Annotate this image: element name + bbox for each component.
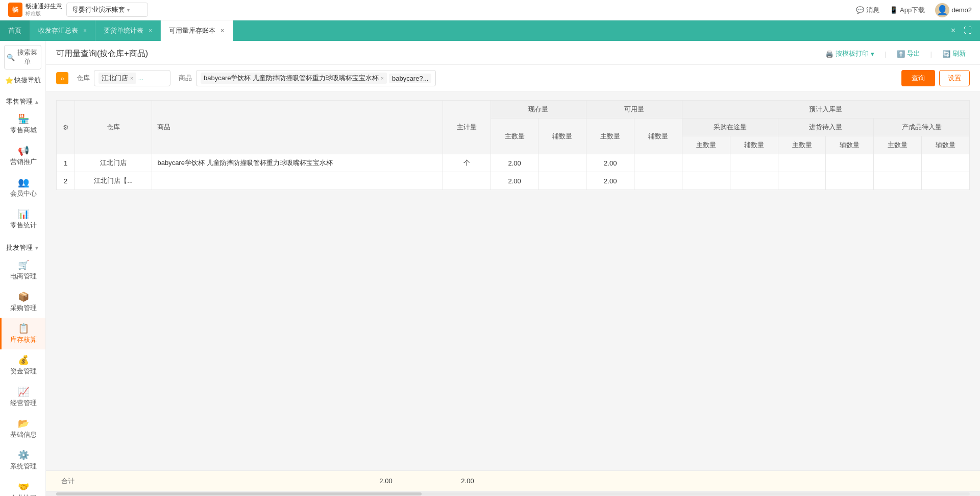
user-menu[interactable]: 👤 demo2 xyxy=(935,3,972,17)
row-2-warehouse: 江北门店【... xyxy=(75,172,152,190)
warehouse-input[interactable]: 江北门店 × ... xyxy=(94,70,170,86)
sidebar-item-system-mgmt[interactable]: ⚙️ 系统管理 xyxy=(0,444,45,476)
finance-icon: 💰 xyxy=(18,355,29,366)
close-tab-available-stock[interactable]: × xyxy=(220,27,224,34)
sidebar-item-retail-shop[interactable]: 🏪 零售商城 xyxy=(0,108,45,140)
settings-button[interactable]: 设置 xyxy=(939,70,970,86)
fullscreen-icon[interactable]: ⛶ xyxy=(962,24,974,37)
chevron-icon: ▲ xyxy=(34,99,39,105)
footer-stock-main: 2.00 xyxy=(365,475,406,487)
warehouse-tag: 江北门店 × xyxy=(99,73,136,84)
row-1-avail-aux xyxy=(634,154,682,172)
export-button[interactable]: ⬆️ 导出 xyxy=(893,47,924,60)
row-2-avail-main: 2.00 xyxy=(586,172,634,190)
settings-col-header[interactable]: ⚙ xyxy=(57,101,75,154)
content-area: 可用量查询(按仓库+商品) 🖨️ 按模板打印 ▾ | ⬆️ 导出 | 🔄 刷新 xyxy=(46,41,980,496)
query-button[interactable]: 查询 xyxy=(901,70,935,86)
row-1-prod-main xyxy=(874,154,922,172)
system-icon: ⚙️ xyxy=(18,450,29,461)
product-input[interactable]: babycare学饮杯 儿童防摔防撞吸管杯重力球吸嘴杯宝宝水杯 × babyca… xyxy=(196,70,436,86)
row-1-inbound-main xyxy=(778,154,826,172)
print-button[interactable]: 🖨️ 按模板打印 ▾ xyxy=(821,47,878,60)
sidebar-item-operations[interactable]: 📈 经营管理 xyxy=(0,381,45,413)
message-button[interactable]: 💬 消息 xyxy=(856,6,879,15)
nav-tab-actions: × ⛶ xyxy=(949,24,980,37)
filter-expand-button[interactable]: » xyxy=(56,72,68,84)
avail-main-qty-header: 主数量 xyxy=(586,119,634,154)
sidebar-item-ecommerce[interactable]: 🛒 电商管理 xyxy=(0,254,45,286)
sidebar-item-enterprise-coop[interactable]: 🤝 企业协同 xyxy=(0,476,45,496)
sidebar-item-basic-info[interactable]: 📂 基础信息 xyxy=(0,413,45,444)
sidebar-item-retail-stats[interactable]: 📊 零售统计 xyxy=(0,203,45,235)
row-2-inbound-main xyxy=(778,172,826,190)
top-bar-left: 畅 畅捷通好生意 标准版 母婴行业演示账套 ▾ xyxy=(8,3,148,17)
sidebar-item-retail-mgmt[interactable]: 零售管理 ▲ xyxy=(0,93,45,108)
app-download-button[interactable]: 📱 App下载 xyxy=(890,6,925,15)
warehouse-more[interactable]: ... xyxy=(138,75,143,82)
tab-receive-send[interactable]: 收发存汇总表 × xyxy=(30,20,95,41)
purchase-main-qty-header: 主数量 xyxy=(682,136,730,154)
sidebar-item-purchase[interactable]: 📦 采购管理 xyxy=(0,286,45,318)
sidebar-item-finance[interactable]: 💰 资金管理 xyxy=(0,349,45,381)
refresh-button[interactable]: 🔄 刷新 xyxy=(938,47,970,60)
page-header: 可用量查询(按仓库+商品) 🖨️ 按模板打印 ▾ | ⬆️ 导出 | 🔄 刷新 xyxy=(46,41,980,65)
inbound-aux-qty-header: 辅数量 xyxy=(826,136,874,154)
retail-shop-icon: 🏪 xyxy=(18,113,29,125)
row-1-unit: 个 xyxy=(443,154,491,172)
app-logo: 畅 畅捷通好生意 标准版 xyxy=(8,3,62,17)
member-icon: 👥 xyxy=(18,177,29,188)
production-pending-header: 产成品待入量 xyxy=(874,119,970,136)
refresh-icon: 🔄 xyxy=(942,50,950,58)
print-icon: 🖨️ xyxy=(825,50,834,58)
sidebar-item-marketing[interactable]: 📢 营销推广 xyxy=(0,140,45,172)
message-icon: 💬 xyxy=(856,6,864,14)
product-tag-1: babycare学饮杯 儿童防摔防撞吸管杯重力球吸嘴杯宝宝水杯 × xyxy=(201,73,387,84)
row-1-product: babycare学饮杯 儿童防摔防撞吸管杯重力球吸嘴杯宝宝水杯 xyxy=(152,154,443,172)
sidebar-item-inventory[interactable]: 📋 库存核算 xyxy=(0,318,45,349)
horizontal-scrollbar[interactable] xyxy=(46,491,980,496)
row-1-prod-aux xyxy=(922,154,970,172)
row-2-product xyxy=(152,172,443,190)
row-1-no: 1 xyxy=(57,154,75,172)
data-table: ⚙ 仓库 商品 主计量 现存量 可用量 预计入库量 主数量 辅数量 主数量 辅数… xyxy=(56,100,970,190)
coop-icon: 🤝 xyxy=(18,481,29,492)
tab-available-stock[interactable]: 可用量库存账本 × xyxy=(161,20,233,41)
app-icon: 📱 xyxy=(890,6,898,14)
sidebar: 🔍 搜索菜单 ⭐ 快捷导航 零售管理 ▲ 🏪 零售商城 📢 营销推广 👥 会员中… xyxy=(0,41,46,496)
purchase-transit-header: 采购在途量 xyxy=(682,119,778,136)
close-all-tabs-icon[interactable]: × xyxy=(949,24,958,37)
sidebar-item-member-center[interactable]: 👥 会员中心 xyxy=(0,172,45,203)
row-1-inbound-aux xyxy=(826,154,874,172)
row-1-stock-main: 2.00 xyxy=(491,154,538,172)
filter-actions: 查询 设置 xyxy=(901,70,970,86)
print-arrow-icon: ▾ xyxy=(871,50,874,58)
row-2-unit xyxy=(443,172,491,190)
chevron-icon-2: ▼ xyxy=(34,245,39,251)
store-selector[interactable]: 母婴行业演示账套 ▾ xyxy=(66,3,148,17)
search-menu-button[interactable]: 🔍 搜索菜单 xyxy=(4,45,41,69)
page-actions: 🖨️ 按模板打印 ▾ | ⬆️ 导出 | 🔄 刷新 xyxy=(821,47,970,60)
top-bar-right: 💬 消息 📱 App下载 👤 demo2 xyxy=(856,3,972,17)
table-footer: 合计 2.00 2.00 xyxy=(46,470,980,491)
prod-aux-qty-header: 辅数量 xyxy=(922,136,970,154)
main-unit-col-header: 主计量 xyxy=(443,101,491,154)
product-filter: 商品 babycare学饮杯 儿童防摔防撞吸管杯重力球吸嘴杯宝宝水杯 × bab… xyxy=(179,70,436,86)
ecommerce-icon: 🛒 xyxy=(18,259,29,271)
avatar: 👤 xyxy=(935,3,949,17)
basic-info-icon: 📂 xyxy=(18,418,29,429)
tab-order-stats[interactable]: 要货单统计表 × xyxy=(95,20,161,41)
tab-home[interactable]: 首页 xyxy=(0,20,30,41)
available-header: 可用量 xyxy=(586,101,682,119)
row-1-warehouse: 江北门店 xyxy=(75,154,152,172)
close-tab-order-stats[interactable]: × xyxy=(149,27,152,34)
purchase-icon: 📦 xyxy=(18,291,29,302)
quick-nav-button[interactable]: ⭐ 快捷导航 xyxy=(0,72,45,89)
inventory-icon: 📋 xyxy=(18,323,29,334)
scrollbar-thumb[interactable] xyxy=(56,492,422,495)
filter-bar: » 仓库 江北门店 × ... 商品 babycare学饮杯 儿童防摔防撞吸管杯… xyxy=(46,65,980,92)
row-1-purchase-main xyxy=(682,154,730,172)
product-tag-1-close[interactable]: × xyxy=(381,76,384,81)
sidebar-item-wholesale-mgmt[interactable]: 批发管理 ▼ xyxy=(0,239,45,254)
warehouse-tag-close[interactable]: × xyxy=(130,76,133,81)
close-tab-receive-send[interactable]: × xyxy=(83,27,87,34)
